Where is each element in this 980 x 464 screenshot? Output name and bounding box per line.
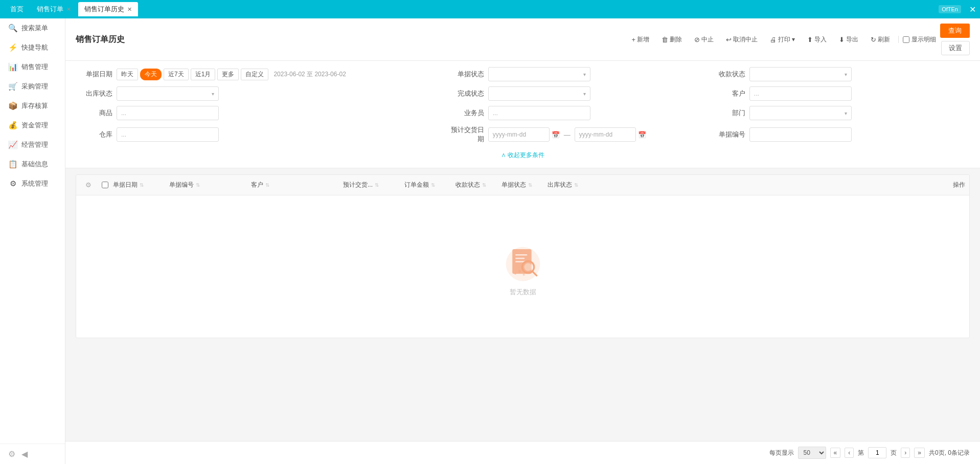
th-date[interactable]: 单据日期 ⇅ [113, 181, 169, 189]
date-start-icon[interactable]: 📅 [552, 131, 560, 139]
main-content: 销售订单历史 + 新增 🗑 删除 ⊘ 中止 ↩ 取消中止 [65, 18, 980, 464]
date-end-icon[interactable]: 📅 [638, 131, 646, 139]
sidebar-item-search-menu[interactable]: 🔍 搜索菜单 [0, 18, 65, 38]
collapse-button[interactable]: ∧ 收起更多条件 [76, 149, 970, 162]
tab-sales-order[interactable]: 销售订单 ✕ [31, 2, 77, 16]
export-label: 导出 [846, 35, 858, 44]
th-receipt[interactable]: 收款状态 ⇅ [455, 181, 502, 189]
th-status[interactable]: 单据状态 ⇅ [502, 181, 548, 189]
show-detail-input[interactable] [903, 36, 909, 43]
date-filter-control: 昨天 今天 近7天 近1月 更多 自定义 2023-06-02 至 2023-0… [117, 69, 447, 80]
date-start-input[interactable]: yyyy-mm-dd [488, 127, 550, 142]
first-page-button[interactable]: « [830, 448, 841, 458]
order-status-select[interactable]: ▾ [488, 67, 590, 81]
tab-sales-order-history[interactable]: 销售订单历史 ✕ [78, 2, 138, 16]
import-button[interactable]: ⬆ 导入 [803, 33, 831, 46]
sidebar-item-sales-mgmt[interactable]: 📊 销售管理 [0, 57, 65, 77]
prev-page-button[interactable]: ‹ [845, 448, 854, 458]
svg-rect-2 [515, 254, 527, 256]
outstock-status-select[interactable]: ▾ [117, 86, 219, 101]
sidebar-collapse-icon[interactable]: ◀ [21, 449, 28, 459]
th-amount[interactable]: 订单金额 ⇅ [404, 181, 455, 189]
brand-label: OfTEn [939, 5, 961, 13]
sidebar-item-fund-mgmt[interactable]: 💰 资金管理 [0, 116, 65, 135]
select-all-checkbox[interactable] [102, 182, 108, 188]
tab-sales-order-history-close[interactable]: ✕ [127, 6, 132, 13]
settings-button[interactable]: 设置 [941, 41, 970, 55]
receipt-status-chevron: ▾ [845, 72, 847, 77]
query-button[interactable]: 查询 [940, 24, 970, 38]
empty-state: 暂无数据 [76, 195, 969, 338]
window-close-button[interactable]: ✕ [969, 5, 976, 14]
show-detail-checkbox[interactable]: 显示明细 [903, 35, 936, 44]
customer-select[interactable]: ... [749, 86, 852, 101]
th-delivery[interactable]: 预计交货... ⇅ [343, 181, 404, 189]
department-select[interactable]: ▾ [749, 106, 852, 120]
delete-button[interactable]: 🗑 删除 [657, 33, 686, 46]
page-suffix: 页 [891, 449, 897, 457]
th-customer[interactable]: 客户 ⇅ [251, 181, 343, 189]
outstock-status-chevron: ▾ [212, 91, 214, 97]
pagination: 每页显示 50 10 20 100 « ‹ 第 页 › » 共0页, 0条记录 [65, 441, 980, 464]
th-outstock[interactable]: 出库状态 ⇅ [548, 181, 599, 189]
app-body: 🔍 搜索菜单 ⚡ 快捷导航 📊 销售管理 🛒 采购管理 📦 库存核算 💰 资金管… [0, 18, 980, 464]
th-receipt-label: 收款状态 [455, 181, 480, 189]
inventory-icon: 📦 [8, 101, 17, 111]
order-status-control: ▾ [488, 67, 709, 81]
system-icon: ⚙ [8, 179, 17, 188]
table-header: ⚙ 单据日期 ⇅ 单据编号 ⇅ 客户 ⇅ [76, 175, 969, 195]
date-btn-last7[interactable]: 近7天 [164, 69, 189, 80]
date-btn-today[interactable]: 今天 [140, 69, 162, 80]
date-btn-more[interactable]: 更多 [217, 69, 239, 80]
th-number[interactable]: 单据编号 ⇅ [169, 181, 251, 189]
sidebar-item-sales-mgmt-label: 销售管理 [21, 62, 48, 72]
tab-sales-order-close[interactable]: ✕ [66, 6, 71, 13]
date-btn-custom[interactable]: 自定义 [241, 69, 268, 80]
th-action: 操作 [599, 181, 965, 189]
th-outstock-label: 出库状态 [548, 181, 572, 189]
table-settings-icon[interactable]: ⚙ [80, 181, 97, 189]
print-button[interactable]: 🖨 打印 ▾ [766, 33, 799, 46]
svg-rect-3 [515, 258, 525, 259]
date-end-input[interactable]: yyyy-mm-dd [575, 127, 636, 142]
salesperson-select[interactable]: ... [488, 106, 590, 120]
sidebar-item-purchase-mgmt[interactable]: 🛒 采购管理 [0, 77, 65, 96]
th-date-sort: ⇅ [140, 182, 144, 188]
tab-home[interactable]: 首页 [4, 5, 30, 14]
receipt-status-select[interactable]: ▾ [749, 67, 852, 81]
receipt-status-label: 收款状态 [709, 70, 749, 79]
date-btn-yesterday[interactable]: 昨天 [117, 69, 138, 80]
refresh-button[interactable]: ↻ 刷新 [867, 33, 894, 46]
sidebar-item-system-mgmt[interactable]: ⚙ 系统管理 [0, 174, 65, 193]
sidebar-item-base-info[interactable]: 📋 基础信息 [0, 154, 65, 174]
date-btn-last1month[interactable]: 近1月 [191, 69, 216, 80]
export-button[interactable]: ⬇ 导出 [835, 33, 862, 46]
page-size-select[interactable]: 50 10 20 100 [798, 447, 826, 459]
ops-icon: 📈 [8, 140, 17, 149]
new-icon: + [631, 36, 635, 43]
goods-select[interactable]: ... [117, 106, 219, 120]
tab-bar: 首页 销售订单 ✕ 销售订单历史 ✕ [4, 2, 939, 16]
print-label: 打印 [778, 35, 790, 44]
table-wrap: ⚙ 单据日期 ⇅ 单据编号 ⇅ 客户 ⇅ [76, 174, 970, 338]
th-amount-sort: ⇅ [431, 182, 435, 188]
complete-status-select[interactable]: ▾ [488, 86, 590, 101]
next-page-button[interactable]: › [901, 448, 910, 458]
page-number-input[interactable] [868, 447, 886, 458]
stop-button[interactable]: ⊘ 中止 [690, 33, 718, 46]
sidebar-item-ops-mgmt[interactable]: 📈 经营管理 [0, 135, 65, 154]
table-select-all[interactable] [97, 182, 113, 188]
quick-nav-icon: ⚡ [8, 43, 17, 52]
sidebar-settings-icon[interactable]: ⚙ [8, 449, 15, 459]
order-number-input[interactable] [749, 127, 852, 142]
cancel-stop-button[interactable]: ↩ 取消中止 [722, 33, 762, 46]
delete-label: 删除 [670, 35, 682, 44]
sidebar-item-inventory-check[interactable]: 📦 库存核算 [0, 96, 65, 116]
expected-date-label: 预计交货日期 [447, 125, 488, 144]
sidebar-item-quick-nav[interactable]: ⚡ 快捷导航 [0, 38, 65, 57]
complete-status-control: ▾ [488, 86, 709, 101]
new-button[interactable]: + 新增 [627, 33, 653, 46]
last-page-button[interactable]: » [914, 448, 925, 458]
warehouse-select[interactable]: ... [117, 127, 219, 142]
order-number-label: 单据编号 [709, 130, 749, 139]
